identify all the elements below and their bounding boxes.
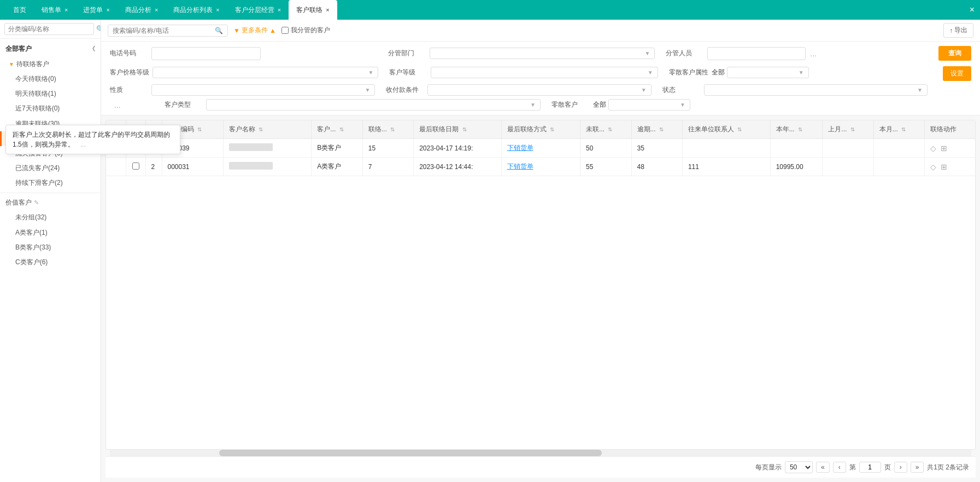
page-next-btn[interactable]: › (894, 462, 907, 473)
type-sort-icon[interactable]: ⇅ (339, 126, 344, 132)
close-analysis-list-tab[interactable]: × (216, 7, 219, 13)
export-button[interactable]: ↑ 导出 (943, 23, 973, 38)
status-select[interactable]: ▼ (704, 84, 928, 96)
dept-select[interactable]: ▼ (430, 48, 655, 59)
tooltip-more[interactable]: ... (80, 141, 86, 148)
th-this-year[interactable]: 本年... ⇅ (770, 120, 823, 139)
th-type[interactable]: 客户... ⇅ (312, 120, 362, 139)
page-first-btn[interactable]: « (816, 462, 830, 473)
last-contact-date-sort-icon[interactable]: ⇅ (462, 126, 467, 132)
export-icon: ↑ (949, 27, 953, 34)
row2-checkbox[interactable] (132, 162, 139, 170)
tab-analysis-list[interactable]: 商品分析列表 × (166, 0, 227, 20)
sidebar-item-c-class[interactable]: C类客户(6) (0, 255, 101, 270)
phone-input[interactable] (151, 47, 261, 60)
manager-more-icon[interactable]: ... (810, 49, 817, 58)
pending-sort-icon[interactable]: ⇅ (608, 126, 612, 132)
tab-sales[interactable]: 销售单 × (34, 0, 75, 20)
page-last-btn[interactable]: » (911, 462, 924, 473)
more-conditions-btn[interactable]: ▼ 更多条件 ▲ (233, 26, 276, 35)
this-month-sort-icon[interactable]: ⇅ (901, 126, 906, 132)
row4-more-icon[interactable]: ... (114, 101, 121, 109)
setting-button[interactable]: 设置 (943, 66, 971, 81)
sidebar-item-b-class[interactable]: B类客户(33) (0, 240, 101, 255)
tab-home[interactable]: 首页 (5, 0, 34, 20)
close-customer-contact-tab[interactable]: × (326, 7, 329, 13)
tab-analysis[interactable]: 商品分析 × (118, 0, 166, 20)
nature-select[interactable]: ▼ (151, 84, 375, 96)
th-last-month[interactable]: 上月... ⇅ (823, 120, 873, 139)
search-input[interactable] (113, 27, 215, 34)
th-pending[interactable]: 未联... ⇅ (580, 120, 631, 139)
sidebar-search-input[interactable] (4, 23, 94, 35)
sidebar-item-lost[interactable]: 已流失客户(24) (0, 161, 101, 176)
my-customers-checkbox-label[interactable]: 我分管的客户 (281, 26, 330, 35)
payment-select[interactable]: ▼ (427, 84, 651, 96)
tab-customer-contact[interactable]: 客户联络 × (289, 0, 337, 20)
per-page-select[interactable]: 50 20 100 (785, 461, 813, 473)
sidebar-all-customers[interactable]: 全部客户 《 (0, 41, 101, 57)
th-contact[interactable]: 联络... ⇅ (362, 120, 413, 139)
row1-action-link-icon[interactable]: ◇ (930, 144, 936, 153)
row1-contact: 15 (362, 139, 413, 158)
my-customers-checkbox[interactable] (281, 27, 289, 34)
filter-cell-price-grade: 客户价格等级 ▼ (110, 67, 378, 78)
row2-action-grid-icon[interactable]: ⊞ (941, 162, 947, 171)
row2-last-contact-method[interactable]: 下销货单 (501, 158, 580, 176)
last-contact-method-sort-icon[interactable]: ⇅ (550, 126, 554, 132)
row1-action-group: ◇ ⊞ (930, 144, 970, 153)
th-last-contact-method[interactable]: 最后联络方式 ⇅ (501, 120, 580, 139)
sidebar-value-customers-group[interactable]: 价值客户 ✎ (0, 195, 101, 210)
sidebar-item-ungrouped[interactable]: 未分组(32) (0, 210, 101, 225)
grade-label: 客户等级 (389, 68, 427, 77)
price-grade-select[interactable]: ▼ (152, 67, 378, 78)
th-overdue[interactable]: 逾期... ⇅ (631, 120, 682, 139)
this-year-sort-icon[interactable]: ⇅ (798, 126, 802, 132)
th-unit-contact[interactable]: 往来单位联系人 ⇅ (682, 120, 770, 139)
grade-arrow: ▼ (648, 69, 653, 76)
page-number-input[interactable] (859, 462, 881, 473)
overdue-sort-icon[interactable]: ⇅ (659, 126, 664, 132)
sidebar-search-icon[interactable]: 🔍 (96, 25, 101, 33)
query-button[interactable]: 查询 (938, 46, 971, 61)
close-analysis-tab[interactable]: × (155, 7, 158, 13)
edit-icon[interactable]: ✎ (34, 199, 39, 206)
row2-action-link-icon[interactable]: ◇ (930, 162, 936, 171)
filter-row-3: 性质 ▼ 收付款条件 ▼ 状态 (110, 84, 971, 96)
manager-label: 分管人员 (666, 49, 704, 58)
horizontal-scrollbar[interactable] (110, 450, 971, 456)
customer-type-select[interactable]: ▼ (206, 99, 541, 111)
page-prev-btn[interactable]: ‹ (833, 462, 846, 473)
tab-customer-tier[interactable]: 客户分层经营 × (227, 0, 289, 20)
row1-action-grid-icon[interactable]: ⊞ (941, 144, 947, 153)
sidebar-item-7days[interactable]: 近7天待联络(0) (0, 101, 101, 116)
close-all-tabs[interactable]: × (970, 5, 975, 15)
tab-purchase[interactable]: 进货单 × (75, 0, 117, 20)
sidebar-item-today[interactable]: 今天待联络(0) (0, 72, 101, 86)
last-month-sort-icon[interactable]: ⇅ (850, 126, 855, 132)
scatter-select[interactable]: ▼ (608, 99, 690, 111)
scatter-attr-select[interactable]: ▼ (727, 67, 809, 78)
scrollbar-thumb[interactable] (219, 450, 602, 456)
collapse-sidebar-icon[interactable]: 《 (89, 45, 95, 53)
sidebar-item-tomorrow[interactable]: 明天待联络(1) (0, 86, 101, 101)
grade-select[interactable]: ▼ (431, 67, 658, 78)
name-sort-icon[interactable]: ⇅ (259, 126, 263, 132)
filter-search-icon[interactable]: 🔍 (215, 27, 223, 34)
sidebar-item-declining[interactable]: 持续下滑客户(2) (0, 176, 101, 190)
close-purchase-tab[interactable]: × (106, 7, 109, 13)
unit-contact-sort-icon[interactable]: ⇅ (737, 126, 742, 132)
th-this-month[interactable]: 本月... ⇅ (873, 120, 924, 139)
row2-contact: 7 (362, 158, 413, 176)
contact-sort-icon[interactable]: ⇅ (390, 126, 395, 132)
code-sort-icon[interactable]: ⇅ (197, 126, 202, 132)
sidebar-pending-contact-group[interactable]: ▼ 待联络客户 (0, 57, 101, 72)
scatter-label: 零散客户 (551, 100, 590, 109)
manager-input[interactable] (707, 47, 806, 60)
th-last-contact-date[interactable]: 最后联络日期 ⇅ (414, 120, 501, 139)
close-customer-tier-tab[interactable]: × (278, 7, 281, 13)
th-name[interactable]: 客户名称 ⇅ (223, 120, 312, 139)
sidebar-item-a-class[interactable]: A类客户(1) (0, 225, 101, 240)
close-sales-tab[interactable]: × (64, 7, 68, 13)
row1-last-contact-method[interactable]: 下销货单 (501, 139, 580, 158)
